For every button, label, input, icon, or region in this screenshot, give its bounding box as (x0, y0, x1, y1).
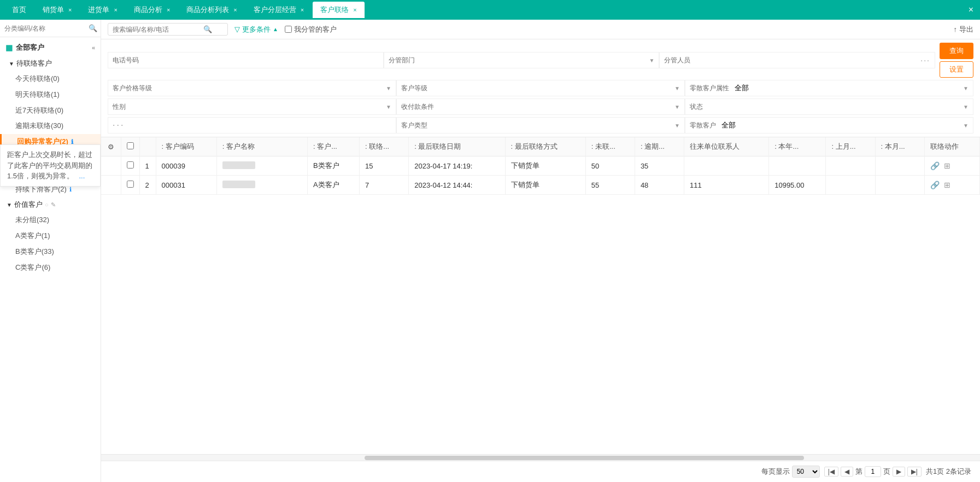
filter-extended: 电话号码 分管部门 ▼ 分管人员 ··· 查询 设置 客户价格等级 (101, 39, 980, 137)
col-last-contact-date[interactable]: : 最后联络日期 (409, 137, 505, 156)
last-page-button[interactable]: ▶| (907, 467, 922, 477)
close-analysis-list-tab[interactable]: × (233, 7, 237, 13)
row1-uncontacted: 50 (585, 156, 635, 176)
row2-check[interactable] (127, 181, 134, 188)
filter-phone: 电话号码 (108, 52, 384, 68)
horizontal-scrollbar[interactable] (101, 454, 980, 461)
col-contacts-from-unit[interactable]: 往来单位联系人 (684, 137, 769, 156)
row1-code[interactable]: 000039 (156, 156, 216, 176)
close-all-button[interactable]: × (969, 5, 973, 15)
sidebar-search-input[interactable] (4, 25, 86, 32)
tooltip-repurchase: 距客户上次交易时长，超过了此客户的平均交易周期的1.5倍，则视为异常。 ... (0, 144, 101, 187)
filter-retail-customer[interactable]: 零散客户 全部 ▼ (685, 117, 973, 133)
sidebar: 🔍 ▦ 全部客户 « ▼ 待联络客户 今天待联络(0) 明天待联络(1) 近7天… (0, 20, 101, 482)
row2-last-method[interactable]: 下销货单 (505, 176, 585, 195)
page-input[interactable] (865, 466, 881, 477)
value-edit-icon[interactable]: ✎ (51, 201, 56, 208)
tab-home[interactable]: 首页 (4, 2, 34, 18)
col-customer-code[interactable]: : 客户编码 (156, 137, 216, 156)
col-contact[interactable]: : 联络... (360, 137, 409, 156)
sidebar-item-a-class[interactable]: A类客户(1) (0, 228, 101, 244)
filter-retail-attr[interactable]: 零散客户属性 全部 ▼ (685, 80, 973, 96)
col-customer-type[interactable]: : 客户... (307, 137, 359, 156)
all-customers-title[interactable]: ▦ 全部客户 « (0, 39, 101, 56)
main-search-input[interactable] (113, 26, 200, 33)
sidebar-item-overdue[interactable]: 逾期未联络(30) (0, 118, 101, 134)
row2-type: A类客户 (307, 176, 359, 195)
col-settings[interactable]: ⚙ (101, 137, 121, 156)
row2-last-month (826, 176, 875, 195)
filter-payment[interactable]: 收付款条件 ▼ (396, 98, 685, 115)
row2-last-date: 2023-04-12 14:44: (409, 176, 505, 195)
col-this-year[interactable]: : 本年... (769, 137, 826, 156)
col-uncontacted[interactable]: : 未联... (585, 137, 635, 156)
filter-gender[interactable]: 性别 ▼ (108, 98, 396, 115)
col-last-month[interactable]: : 上月... (826, 137, 875, 156)
col-overdue[interactable]: : 逾期... (635, 137, 684, 156)
sidebar-item-7days[interactable]: 近7天待联络(0) (0, 103, 101, 119)
row2-link-icon[interactable]: 🔗 (930, 181, 940, 189)
row1-grid-icon[interactable]: ⊞ (944, 161, 950, 170)
pending-contact-group[interactable]: ▼ 待联络客户 (0, 56, 101, 71)
row1-link-icon[interactable]: 🔗 (930, 161, 940, 170)
retail-customer-dropdown-icon: ▼ (963, 123, 969, 129)
filter-customer-level[interactable]: 客户等级 ▼ (396, 80, 685, 96)
col-this-month[interactable]: : 本月... (875, 137, 924, 156)
close-customer-contact-tab[interactable]: × (353, 7, 356, 13)
scrollbar-thumb[interactable] (365, 456, 804, 460)
tab-customer-segment[interactable]: 客户分层经营 × (246, 2, 312, 18)
my-customers-check[interactable] (285, 26, 292, 33)
per-page-select[interactable]: 50 100 200 (792, 466, 820, 478)
table-settings-icon[interactable]: ⚙ (108, 143, 114, 151)
filter-icon: ▽ (234, 25, 240, 33)
close-purchase-tab[interactable]: × (114, 7, 117, 13)
row2-contact: 7 (360, 176, 409, 195)
filter-dept[interactable]: 分管部门 ▼ (384, 52, 660, 68)
collapse-sidebar-button[interactable]: « (92, 44, 95, 51)
filter-status[interactable]: 状态 ▼ (685, 98, 973, 115)
main-search-icon[interactable]: 🔍 (203, 25, 212, 33)
sidebar-item-tomorrow[interactable]: 明天待联络(1) (0, 87, 101, 103)
arrow-down-icon: ▼ (9, 61, 14, 67)
pagination-bar: 每页显示 50 100 200 |◀ ◀ 第 页 ▶ ▶| 共1页 2条记录 (101, 461, 980, 482)
main-search-box: 🔍 (108, 23, 228, 36)
tooltip-more-icon[interactable]: ... (79, 172, 85, 180)
page-navigation: |◀ ◀ 第 页 ▶ ▶| (824, 466, 922, 477)
manager-ellipsis[interactable]: ··· (920, 56, 930, 65)
select-all-checkbox[interactable] (127, 142, 134, 149)
row1-check[interactable] (127, 161, 134, 169)
col-last-contact-method[interactable]: : 最后联络方式 (505, 137, 585, 156)
query-button[interactable]: 查询 (940, 43, 973, 59)
sidebar-item-c-class[interactable]: C类客户(6) (0, 260, 101, 276)
row1-overdue: 35 (635, 156, 684, 176)
settings-button[interactable]: 设置 (940, 61, 973, 78)
prev-page-button[interactable]: ◀ (841, 467, 853, 477)
tab-analysis-list[interactable]: 商品分析列表 × (179, 2, 244, 18)
row2-action-icons: 🔗 ⊞ (930, 181, 974, 189)
my-customers-checkbox[interactable]: 我分管的客户 (285, 25, 337, 34)
price-level-dropdown-icon: ▼ (386, 85, 391, 91)
tab-sales[interactable]: 销货单 × (35, 2, 79, 18)
row2-code[interactable]: 000031 (156, 176, 216, 195)
filter-price-level[interactable]: 客户价格等级 ▼ (108, 80, 396, 96)
sidebar-item-ungroup[interactable]: 未分组(32) (0, 212, 101, 228)
next-page-button[interactable]: ▶ (893, 467, 905, 477)
sidebar-item-today[interactable]: 今天待联络(0) (0, 71, 101, 87)
tab-customer-contact[interactable]: 客户联络 × (313, 2, 364, 18)
more-conditions-button[interactable]: ▽ 更多条件 ▲ (234, 25, 278, 34)
continue-down-info-icon[interactable]: ℹ (69, 186, 72, 193)
first-page-button[interactable]: |◀ (824, 467, 838, 477)
close-sales-tab[interactable]: × (68, 7, 72, 13)
close-customer-segment-tab[interactable]: × (301, 7, 304, 13)
col-customer-name[interactable]: : 客户名称 (216, 137, 307, 156)
export-button[interactable]: ↑ 导出 (954, 25, 974, 34)
row2-grid-icon[interactable]: ⊞ (944, 181, 950, 189)
tab-purchase[interactable]: 进货单 × (80, 2, 125, 18)
value-customers-group[interactable]: ▼ 价值客户 ○ ✎ (0, 197, 101, 212)
close-analysis-tab[interactable]: × (167, 7, 170, 13)
tab-analysis[interactable]: 商品分析 × (126, 2, 178, 18)
sidebar-search-icon[interactable]: 🔍 (89, 24, 97, 32)
sidebar-item-b-class[interactable]: B类客户(33) (0, 244, 101, 260)
filter-customer-type[interactable]: 客户类型 ▼ (396, 117, 685, 133)
row1-last-method[interactable]: 下销货单 (505, 156, 585, 176)
